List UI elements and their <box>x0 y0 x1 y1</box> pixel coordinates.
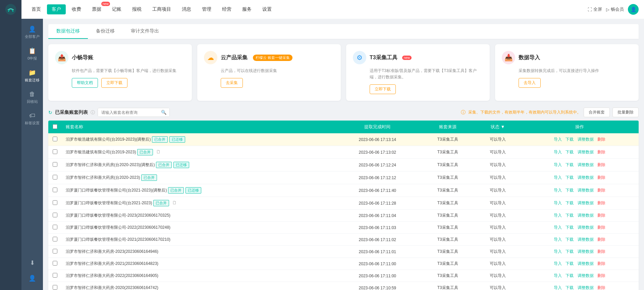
action-adjust[interactable]: 调整数据 <box>578 150 594 154</box>
action-import[interactable]: 导入 <box>554 162 562 167</box>
action-download[interactable]: 下载 <box>566 237 574 242</box>
merge-btn[interactable]: 合并账套 <box>584 107 610 117</box>
action-delete[interactable]: 删除 <box>597 188 605 193</box>
left-all-clients[interactable]: 👤 全部客户 <box>21 21 43 43</box>
action-download[interactable]: 下载 <box>566 249 574 254</box>
action-download[interactable]: 下载 <box>566 137 574 142</box>
account-file-icon[interactable]: 🗋 <box>172 200 177 205</box>
row-checkbox[interactable] <box>53 261 57 266</box>
action-download[interactable]: 下载 <box>566 201 574 205</box>
action-delete[interactable]: 删除 <box>597 175 605 180</box>
nav-customer[interactable]: 客户 <box>47 4 66 14</box>
action-download[interactable]: 下载 <box>566 188 574 193</box>
row-checkbox[interactable] <box>53 213 57 217</box>
nav-service[interactable]: 服务 <box>237 4 256 14</box>
action-download[interactable]: 下载 <box>566 213 574 218</box>
action-delete[interactable]: 删除 <box>597 225 605 230</box>
select-all-checkbox[interactable] <box>53 124 57 129</box>
row-checkbox[interactable] <box>53 273 57 278</box>
left-recycle[interactable]: 🗑 回收站 <box>21 87 43 108</box>
left-user[interactable]: 👤 <box>21 271 43 286</box>
action-import[interactable]: 导入 <box>554 237 562 242</box>
action-import[interactable]: 导入 <box>554 225 562 230</box>
action-adjust[interactable]: 调整数据 <box>578 285 594 290</box>
action-download[interactable]: 下载 <box>566 162 574 167</box>
card-xiaochang-download-btn[interactable]: 立即下载 <box>101 78 127 88</box>
batch-del-btn[interactable]: 批量删除 <box>612 107 639 117</box>
action-adjust[interactable]: 调整数据 <box>578 201 594 205</box>
nav-billing[interactable]: 收费 <box>67 4 86 14</box>
action-adjust[interactable]: 调整数据 <box>578 273 594 278</box>
left-tag-settings[interactable]: 🏷 标签设置 <box>21 108 43 130</box>
action-delete[interactable]: 删除 <box>597 237 605 242</box>
action-delete[interactable]: 删除 <box>597 285 605 290</box>
left-account-migration[interactable]: 📁 账套迁移 <box>21 65 43 87</box>
row-checkbox[interactable] <box>53 285 57 290</box>
nav-bookkeeping[interactable]: 记账 <box>107 4 126 14</box>
action-download[interactable]: 下载 <box>566 261 574 266</box>
row-checkbox[interactable] <box>53 137 57 141</box>
action-import[interactable]: 导入 <box>554 150 562 154</box>
search-input[interactable] <box>98 108 158 117</box>
action-import[interactable]: 导入 <box>554 175 562 180</box>
action-delete[interactable]: 删除 <box>597 137 605 142</box>
row-checkbox[interactable] <box>53 175 57 179</box>
search-button[interactable]: 🔍 <box>158 108 169 117</box>
nav-tax[interactable]: 报税 <box>127 4 146 14</box>
refresh-icon[interactable]: ↻ <box>48 110 52 115</box>
action-adjust[interactable]: 调整数据 <box>578 175 594 180</box>
action-adjust[interactable]: 调整数据 <box>578 237 594 242</box>
nav-operation[interactable]: 经营 <box>217 4 236 14</box>
tab-backup-migration[interactable]: 备份迁移 <box>88 24 123 39</box>
list-help-icon[interactable]: ⓘ <box>91 110 95 116</box>
nav-business[interactable]: 工商项目 <box>148 4 176 14</box>
left-zero-declare[interactable]: 📋 0申报 <box>21 43 43 65</box>
row-checkbox[interactable] <box>53 188 57 192</box>
row-checkbox[interactable] <box>53 237 57 241</box>
card-xiaochang-help-btn[interactable]: 帮助文档 <box>72 78 98 88</box>
action-adjust[interactable]: 调整数据 <box>578 137 594 142</box>
card-t3-download-btn[interactable]: 立即下载 <box>370 84 396 94</box>
action-adjust[interactable]: 调整数据 <box>578 162 594 167</box>
action-download[interactable]: 下载 <box>566 150 574 154</box>
action-delete[interactable]: 删除 <box>597 162 605 167</box>
action-download[interactable]: 下载 <box>566 273 574 278</box>
nav-settings[interactable]: 设置 <box>258 4 276 14</box>
row-checkbox[interactable] <box>53 149 57 154</box>
left-download[interactable]: ⬇ <box>21 255 43 271</box>
user-avatar[interactable]: 👤 <box>628 4 639 15</box>
tab-audit-export[interactable]: 审计文件导出 <box>123 24 167 39</box>
action-adjust[interactable]: 调整数据 <box>578 213 594 218</box>
card-yuncp-collect-btn[interactable]: 去采集 <box>221 78 243 88</box>
action-download[interactable]: 下载 <box>566 175 574 180</box>
action-adjust[interactable]: 调整数据 <box>578 261 594 266</box>
action-import[interactable]: 导入 <box>554 285 562 290</box>
action-delete[interactable]: 删除 <box>597 273 605 278</box>
action-adjust[interactable]: 调整数据 <box>578 225 594 230</box>
row-checkbox[interactable] <box>53 249 57 253</box>
action-download[interactable]: 下载 <box>566 225 574 230</box>
action-delete[interactable]: 删除 <box>597 150 605 154</box>
nav-manage[interactable]: 管理 <box>197 4 216 14</box>
vip-btn[interactable]: ▷ 畅会员 <box>606 6 624 12</box>
action-delete[interactable]: 删除 <box>597 213 605 218</box>
action-adjust[interactable]: 调整数据 <box>578 188 594 193</box>
action-import[interactable]: 导入 <box>554 137 562 142</box>
row-checkbox[interactable] <box>53 200 57 205</box>
action-import[interactable]: 导入 <box>554 273 562 278</box>
action-adjust[interactable]: 调整数据 <box>578 249 594 254</box>
tab-data-migration[interactable]: 数据包迁移 <box>48 24 88 39</box>
action-delete[interactable]: 删除 <box>597 249 605 254</box>
row-checkbox[interactable] <box>53 225 57 229</box>
action-download[interactable]: 下载 <box>566 285 574 290</box>
action-import[interactable]: 导入 <box>554 213 562 218</box>
logo[interactable] <box>0 0 21 19</box>
nav-home[interactable]: 首页 <box>27 4 46 14</box>
action-delete[interactable]: 删除 <box>597 261 605 266</box>
action-delete[interactable]: 删除 <box>597 201 605 205</box>
action-import[interactable]: 导入 <box>554 188 562 193</box>
action-import[interactable]: 导入 <box>554 261 562 266</box>
nav-message[interactable]: 消息 <box>177 4 196 14</box>
action-import[interactable]: 导入 <box>554 249 562 254</box>
fullscreen-btn[interactable]: ⛶ 全屏 <box>588 6 602 12</box>
